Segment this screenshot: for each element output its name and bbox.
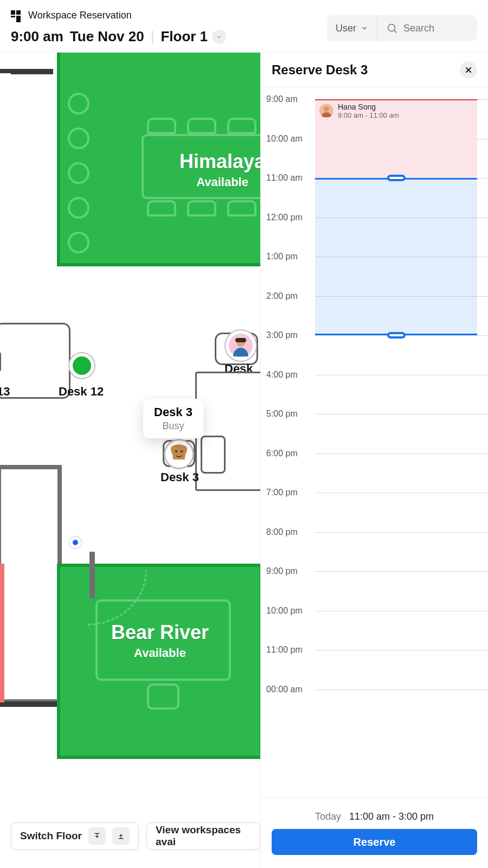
selection-handle-bottom[interactable] bbox=[387, 332, 406, 339]
switch-floor-label: Switch Floor bbox=[20, 830, 82, 842]
close-icon bbox=[464, 66, 473, 74]
avatar[interactable] bbox=[164, 439, 194, 469]
floor-map[interactable]: Himalaya Available 13 Desk 12 Desk Desk … bbox=[0, 53, 260, 868]
timeline[interactable]: 9:00 am10:00 am11:00 am12:00 pm1:00 pm2:… bbox=[261, 87, 488, 797]
hour-line bbox=[315, 414, 488, 414]
room-status: Available bbox=[179, 175, 260, 189]
header-right: User bbox=[327, 15, 477, 41]
room-name: Bear River bbox=[60, 621, 260, 644]
panel-footer: Today 11:00 am - 3:00 pm Reserve bbox=[261, 797, 488, 868]
chair-icon bbox=[227, 118, 256, 134]
context-date[interactable]: Tue Nov 20 bbox=[70, 28, 144, 45]
summary-range: 11:00 am - 3:00 pm bbox=[349, 811, 434, 822]
chair-icon bbox=[227, 200, 256, 216]
hour-label: 8:00 pm bbox=[266, 527, 310, 537]
chair-icon bbox=[68, 232, 89, 253]
close-button[interactable] bbox=[460, 61, 477, 79]
hour-label: 6:00 pm bbox=[266, 449, 310, 458]
panel-title: Reserve Desk 3 bbox=[272, 62, 368, 78]
svg-point-5 bbox=[175, 450, 177, 452]
floor-selector[interactable]: Floor 1 bbox=[160, 28, 226, 45]
desk-3-label[interactable]: Desk 3 bbox=[160, 470, 199, 484]
tooltip-title: Desk 3 bbox=[154, 405, 192, 419]
wall-segment bbox=[0, 73, 11, 269]
reserve-button-label: Reserve bbox=[354, 836, 396, 848]
room-label: Himalaya Available bbox=[179, 150, 260, 189]
room-himalaya[interactable]: Himalaya Available bbox=[57, 53, 260, 266]
chevron-down-icon[interactable] bbox=[212, 30, 226, 44]
chair-icon bbox=[147, 200, 176, 216]
hour-label: 10:00 am bbox=[266, 134, 310, 144]
chair-icon bbox=[187, 200, 216, 216]
user-dropdown[interactable]: User bbox=[327, 15, 377, 41]
room-bear-river[interactable]: Bear River Available bbox=[57, 564, 260, 759]
wall-segment bbox=[0, 465, 62, 704]
hour-line bbox=[315, 571, 488, 572]
chair-icon bbox=[187, 118, 216, 134]
chevron-down-icon bbox=[361, 24, 368, 32]
hour-label: 3:00 pm bbox=[266, 330, 310, 340]
svg-point-13 bbox=[324, 106, 329, 112]
room-status: Available bbox=[60, 646, 260, 660]
app-title: Workspace Reservation bbox=[28, 10, 132, 21]
chair-icon bbox=[147, 118, 176, 134]
floor-label: Floor 1 bbox=[160, 28, 208, 45]
search-input[interactable] bbox=[403, 23, 468, 34]
svg-point-6 bbox=[181, 450, 183, 452]
hour-label: 7:00 pm bbox=[266, 488, 310, 497]
floor-down-icon[interactable] bbox=[88, 827, 106, 845]
chair-icon bbox=[68, 93, 89, 114]
separator: | bbox=[151, 28, 155, 45]
selection-block[interactable] bbox=[315, 178, 477, 335]
hour-label: 11:00 am bbox=[266, 173, 310, 183]
hour-line bbox=[315, 532, 488, 533]
hour-label: 5:00 pm bbox=[266, 409, 310, 419]
selection-summary: Today 11:00 am - 3:00 pm bbox=[315, 811, 434, 822]
hour-label: 00:00 am bbox=[266, 685, 310, 694]
app-logo-icon bbox=[11, 10, 22, 21]
context-time[interactable]: 9:00 am bbox=[11, 28, 63, 45]
room-name: Himalaya bbox=[179, 150, 260, 173]
desk-13-label: 13 bbox=[0, 385, 10, 399]
panel-header: Reserve Desk 3 bbox=[261, 53, 488, 87]
chair-icon bbox=[68, 162, 89, 184]
reserve-panel: Reserve Desk 3 9:00 am10:00 am11:00 am12… bbox=[260, 53, 488, 868]
avatar[interactable] bbox=[226, 330, 256, 361]
desk-12-label[interactable]: Desk 12 bbox=[59, 385, 104, 399]
chair-icon bbox=[147, 684, 179, 710]
hour-line bbox=[315, 611, 488, 611]
selection-handle-top[interactable] bbox=[387, 175, 406, 181]
now-line bbox=[315, 99, 477, 100]
desk-12-status-dot bbox=[69, 353, 94, 378]
reserve-button[interactable]: Reserve bbox=[272, 829, 477, 855]
app-brand: Workspace Reservation bbox=[11, 10, 132, 21]
chair-icon bbox=[68, 127, 89, 149]
tooltip-status: Busy bbox=[154, 420, 192, 432]
view-workspaces-button[interactable]: View workspaces avai bbox=[146, 822, 260, 850]
hour-line bbox=[315, 454, 488, 454]
hour-label: 1:00 pm bbox=[266, 252, 310, 261]
chair-icon bbox=[201, 436, 226, 474]
busy-block[interactable]: Hana Song9:00 am - 11:00 am bbox=[315, 99, 477, 178]
user-label: User bbox=[336, 23, 356, 34]
hour-label: 12:00 pm bbox=[266, 213, 310, 222]
hour-line bbox=[315, 375, 488, 375]
busy-text: Hana Song9:00 am - 11:00 am bbox=[338, 103, 399, 119]
room-label: Bear River Available bbox=[60, 621, 260, 660]
svg-line-1 bbox=[394, 30, 397, 33]
location-dot-icon bbox=[69, 537, 81, 548]
search-icon bbox=[386, 22, 398, 34]
svg-point-0 bbox=[388, 24, 395, 31]
search-box[interactable] bbox=[377, 15, 477, 41]
context-row: 9:00 am Tue Nov 20 | Floor 1 bbox=[11, 28, 226, 45]
app-header: Workspace Reservation 9:00 am Tue Nov 20… bbox=[0, 0, 488, 53]
hour-label: 10:00 pm bbox=[266, 606, 310, 616]
desk-tooltip: Desk 3 Busy bbox=[143, 399, 203, 438]
hour-line bbox=[315, 650, 488, 650]
floor-up-icon[interactable] bbox=[112, 827, 130, 845]
avatar bbox=[319, 104, 333, 118]
hour-label: 4:00 pm bbox=[266, 370, 310, 380]
hour-label: 11:00 pm bbox=[266, 645, 310, 655]
hour-label: 9:00 pm bbox=[266, 566, 310, 576]
switch-floor-button[interactable]: Switch Floor bbox=[11, 822, 139, 850]
